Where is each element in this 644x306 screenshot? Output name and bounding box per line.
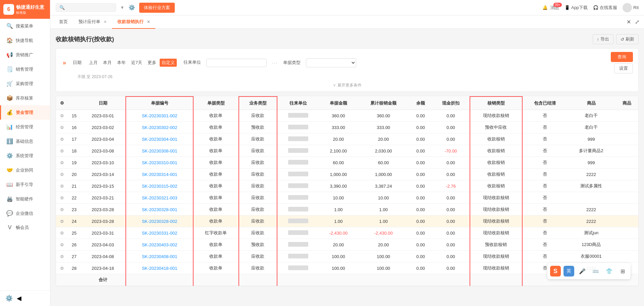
tshirt-icon[interactable]: 👕 <box>604 266 614 277</box>
sidebar-item-search[interactable]: 🔍 搜索菜单 <box>0 19 50 33</box>
counterpart-input[interactable] <box>206 59 267 67</box>
cell-settings[interactable]: ⚙ <box>56 110 68 122</box>
sidebar-item-inventory[interactable]: 📦 库存核算 <box>0 91 50 105</box>
cell-goods2 <box>615 216 638 227</box>
sidebar-item-sales[interactable]: 🗒️ 销售管理 <box>0 62 50 76</box>
doc-no-link[interactable]: SK-20230331-002 <box>142 231 177 236</box>
date-more-btn[interactable]: 更多 <box>146 59 158 67</box>
sidebar-item-system[interactable]: ⚙️ 系统管理 <box>0 148 50 163</box>
cell-settings[interactable]: ⚙ <box>56 157 68 169</box>
tab-pending-close[interactable]: ✕ <box>104 20 107 24</box>
microphone-icon[interactable]: 🎤 <box>577 266 588 277</box>
translate-icon[interactable]: 英 <box>564 266 574 277</box>
date-cur-month-btn[interactable]: 本月 <box>101 59 114 67</box>
doc-no-link[interactable]: SK-20230321-003 <box>142 195 177 200</box>
cell-goods2 <box>615 192 638 204</box>
cell-settings[interactable]: ⚙ <box>56 216 68 227</box>
th-biz-type[interactable]: 业务类型 <box>239 97 277 110</box>
cell-biz-type: 应收款 <box>239 157 277 169</box>
cell-write-off-type: 收款核销 <box>470 169 522 180</box>
sidebar-item-label: 销售管理 <box>16 66 33 72</box>
cell-settings[interactable]: ⚙ <box>56 239 68 251</box>
th-write-off-type[interactable]: 核销类型 <box>470 97 522 110</box>
cell-date: 2023-03-28 <box>80 204 126 216</box>
cell-settings[interactable]: ⚙ <box>56 251 68 262</box>
cell-balance: 0.00 <box>409 110 432 122</box>
online-service-btn[interactable]: 🎧 在线客服 <box>593 5 617 11</box>
sidebar-item-operation[interactable]: 📊 经营管理 <box>0 120 50 134</box>
s-icon[interactable]: S <box>550 266 561 277</box>
tab-pending[interactable]: 预计应付单 ✕ <box>73 15 112 29</box>
doc-no-link[interactable]: SK-20230328-002 <box>142 219 177 224</box>
cell-settings[interactable]: ⚙ <box>56 204 68 216</box>
sidebar-item-purchase[interactable]: 🛒 采购管理 <box>0 76 50 91</box>
topbar-search-box[interactable]: 🔍 <box>56 3 116 12</box>
doc-no-link[interactable]: SK-20230418-001 <box>142 266 177 271</box>
column-settings-icon[interactable]: ⚙ <box>60 101 64 106</box>
grid-icon[interactable]: ⊞ <box>617 266 628 277</box>
industry-solution-button[interactable]: 体验行业方案 <box>139 3 175 13</box>
sidebar-item-finance[interactable]: 💰 资金管理 <box>0 105 50 120</box>
settings-footer-icon[interactable]: ⚙️ <box>5 295 13 302</box>
collapse-icon[interactable]: ◀ <box>17 295 21 302</box>
cell-settings[interactable]: ⚙ <box>56 133 68 145</box>
close-tab-button[interactable]: ✕ <box>625 17 632 26</box>
query-button[interactable]: 查询 <box>611 52 633 62</box>
app-download-btn[interactable]: 📱 App下载 <box>565 5 588 11</box>
tab-collection[interactable]: 收款核销执行 ✕ <box>112 15 155 29</box>
cell-settings[interactable]: ⚙ <box>56 180 68 192</box>
doc-no-link[interactable]: SK-20230301-002 <box>142 113 177 118</box>
voucher-type-select[interactable] <box>306 58 356 67</box>
doc-no-link[interactable]: SK-20230328-001 <box>142 207 177 212</box>
cell-settings[interactable]: ⚙ <box>56 227 68 239</box>
sidebar-item-wechat[interactable]: 💬 企业微信 <box>0 206 50 221</box>
doc-no-link[interactable]: SK-20230315-002 <box>142 184 177 189</box>
export-button[interactable]: ↑ 导出 <box>593 34 614 44</box>
sidebar-item-quick[interactable]: 🏠 快捷导航 <box>0 33 50 48</box>
cell-cash-discount: 0.00 <box>432 110 470 122</box>
sidebar-item-newbie[interactable]: 📖 新手引导 <box>0 177 50 192</box>
date-7days-btn[interactable]: 近7天 <box>129 59 144 67</box>
doc-no-link[interactable]: SK-20230408-001 <box>142 254 177 259</box>
date-cur-year-btn[interactable]: 本年 <box>115 59 128 67</box>
keyboard-icon[interactable]: ⌨️ <box>590 266 601 277</box>
date-prev-month-btn[interactable]: 上月 <box>87 59 100 67</box>
cell-settings[interactable]: ⚙ <box>56 169 68 180</box>
doc-no-link[interactable]: SK-20230308-001 <box>142 148 177 154</box>
doc-no-link[interactable]: SK-20230314-001 <box>142 172 177 177</box>
cell-goods2 <box>615 122 638 133</box>
maximize-tab-button[interactable]: ⤢ <box>634 17 641 26</box>
refresh-button[interactable]: ↺ 刷新 <box>616 34 639 44</box>
th-date[interactable]: 日期 <box>80 97 126 110</box>
sidebar-item-basic[interactable]: ℹ️ 基础信息 <box>0 134 50 148</box>
sidebar-item-hardware[interactable]: 🖨️ 智能硬件 <box>0 192 50 206</box>
date-custom-btn[interactable]: 自定义 <box>160 59 177 67</box>
cell-settings[interactable]: ⚙ <box>56 145 68 157</box>
doc-no-link[interactable]: SK-20230403-002 <box>142 242 177 247</box>
th-settings[interactable]: ⚙ <box>56 97 68 110</box>
sidebar-item-member[interactable]: V 畅会员 <box>0 221 50 235</box>
cell-amount: 1.00 <box>319 204 358 216</box>
tab-collection-close[interactable]: ✕ <box>147 20 150 24</box>
cell-settings[interactable]: ⚙ <box>56 262 68 274</box>
cell-goods1: 多计量商品2 <box>567 145 615 157</box>
tab-home[interactable]: 首页 <box>54 15 73 29</box>
expand-conditions-button[interactable]: ∨ 展开更多条件 <box>333 82 361 88</box>
sidebar-item-marketing[interactable]: 📢 营销推广 <box>0 48 50 62</box>
cell-date: 2023-03-08 <box>80 145 126 157</box>
cell-settings[interactable]: ⚙ <box>56 122 68 133</box>
dropdown-arrow-icon[interactable]: ▼ <box>120 5 124 10</box>
sidebar-item-enterprise[interactable]: 🤝 企业协同 <box>0 163 50 177</box>
table-row: ⚙ 20 2023-03-14 SK-20230314-001 收款单 应收款 … <box>56 169 638 180</box>
filter-settings-button[interactable]: 设置 <box>614 63 633 73</box>
th-doc-no[interactable]: 单据编号 <box>126 97 193 110</box>
user-avatar-area[interactable]: Rit <box>623 3 639 12</box>
notification-area[interactable]: 🔔 99+ 消息 <box>542 5 559 11</box>
cell-settings[interactable]: ⚙ <box>56 192 68 204</box>
doc-no-link[interactable]: SK-20230310-001 <box>142 160 177 165</box>
doc-no-link[interactable]: SK-20230302-002 <box>142 125 177 130</box>
cell-doc-type: 收款单 <box>193 251 238 262</box>
filter-expand-button[interactable]: » <box>61 59 67 66</box>
gear-settings-icon[interactable]: ⚙️ <box>128 4 135 11</box>
doc-no-link[interactable]: SK-20230304-001 <box>142 137 177 142</box>
